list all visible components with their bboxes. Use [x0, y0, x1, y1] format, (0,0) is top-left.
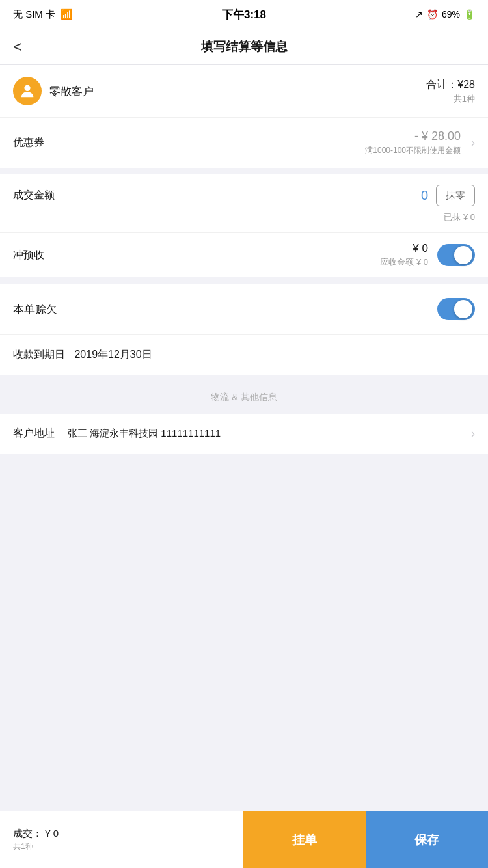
prereceive-row: 冲预收 ¥ 0 应收金额 ¥ 0 [0, 232, 488, 277]
amount-label: 成交金额 [13, 189, 55, 202]
bottom-deal-text: 成交： ¥ 0 [13, 828, 230, 840]
bottom-count-text: 共1种 [13, 841, 230, 852]
debt-label: 本单赊欠 [13, 302, 57, 317]
wifi-icon: 📶 [61, 8, 73, 20]
amount-row: 成交金额 0 抹零 [0, 174, 488, 211]
status-right: ↗ ⏰ 69% 🔋 [415, 9, 475, 20]
debt-section: 本单赊欠 收款到期日 2019年12月30日 [0, 284, 488, 375]
customer-total-area: 合计：¥28 共1种 [426, 78, 475, 105]
coupon-right-area: - ¥ 28.00 满1000-100不限制使用金额 › [365, 129, 475, 156]
amount-right: 0 抹零 [421, 185, 475, 206]
page-title: 填写结算等信息 [201, 38, 288, 55]
status-time: 下午3:18 [222, 7, 266, 22]
debt-toggle-knob [454, 300, 472, 318]
coupon-row[interactable]: 优惠券 - ¥ 28.00 满1000-100不限制使用金额 › [0, 117, 488, 168]
avatar [13, 77, 42, 105]
logistics-header-text: 物流 & 其他信息 [200, 392, 287, 403]
coupon-label: 优惠券 [13, 136, 44, 150]
bottom-bar: 成交： ¥ 0 共1种 挂单 保存 [0, 811, 488, 868]
pending-button[interactable]: 挂单 [243, 811, 366, 869]
status-left: 无 SIM 卡 📶 [13, 8, 73, 21]
customer-section: 零散客户 合计：¥28 共1种 优惠券 - ¥ 28.00 满1000-100不… [0, 65, 488, 168]
gray-filler [0, 460, 488, 590]
bottom-summary: 成交： ¥ 0 共1种 [0, 828, 243, 852]
coupon-info: - ¥ 28.00 满1000-100不限制使用金额 [365, 129, 461, 156]
address-value: 张三 海淀永丰科技园 11111111111 [68, 427, 467, 440]
amount-value: 0 [421, 188, 428, 203]
address-label: 客户地址 [13, 427, 55, 441]
logistics-section-header: 物流 & 其他信息 [0, 381, 488, 414]
address-row[interactable]: 客户地址 张三 海淀永丰科技园 11111111111 › [0, 414, 488, 454]
address-chevron-icon: › [471, 427, 475, 441]
coupon-amount: - ¥ 28.00 [365, 129, 461, 143]
toggle-knob [454, 246, 472, 264]
debt-row: 本单赊欠 [0, 284, 488, 334]
nav-bar: < 填写结算等信息 [0, 29, 488, 65]
debt-toggle[interactable] [437, 298, 475, 320]
prereceive-sub-amount: 应收金额 ¥ 0 [380, 256, 428, 268]
customer-left: 零散客户 [13, 77, 94, 105]
sim-signal: 无 SIM 卡 [13, 8, 55, 21]
round-button[interactable]: 抹零 [436, 185, 475, 206]
alarm-icon: ⏰ [427, 9, 438, 20]
customer-total: 合计：¥28 [426, 78, 475, 92]
customer-name: 零散客户 [49, 84, 94, 99]
location-icon: ↗ [415, 9, 423, 20]
person-icon [18, 82, 36, 100]
amount-section: 成交金额 0 抹零 已抹 ¥ 0 冲预收 ¥ 0 应收金额 ¥ 0 [0, 174, 488, 277]
save-button[interactable]: 保存 [366, 811, 488, 869]
svg-point-0 [24, 85, 30, 91]
due-date-label: 收款到期日 [13, 349, 65, 360]
prereceive-toggle[interactable] [437, 244, 475, 266]
prereceive-main-amount: ¥ 0 [380, 242, 428, 255]
due-date-row: 收款到期日 2019年12月30日 [0, 334, 488, 375]
battery-icon: 🔋 [464, 9, 475, 20]
due-date-value: 2019年12月30日 [74, 349, 152, 360]
customer-row: 零散客户 合计：¥28 共1种 [0, 65, 488, 117]
already-rounded-text: 已抹 ¥ 0 [0, 211, 488, 232]
prereceive-amounts: ¥ 0 应收金额 ¥ 0 [380, 242, 428, 268]
back-button[interactable]: < [13, 38, 22, 56]
main-content: 零散客户 合计：¥28 共1种 优惠券 - ¥ 28.00 满1000-100不… [0, 65, 488, 655]
prereceive-right: ¥ 0 应收金额 ¥ 0 [380, 242, 475, 268]
customer-count: 共1种 [426, 93, 475, 105]
status-bar: 无 SIM 卡 📶 下午3:18 ↗ ⏰ 69% 🔋 [0, 0, 488, 29]
prereceive-label: 冲预收 [13, 249, 44, 262]
battery-label: 69% [442, 9, 460, 20]
chevron-right-icon: › [471, 136, 475, 150]
coupon-desc: 满1000-100不限制使用金额 [365, 145, 461, 156]
